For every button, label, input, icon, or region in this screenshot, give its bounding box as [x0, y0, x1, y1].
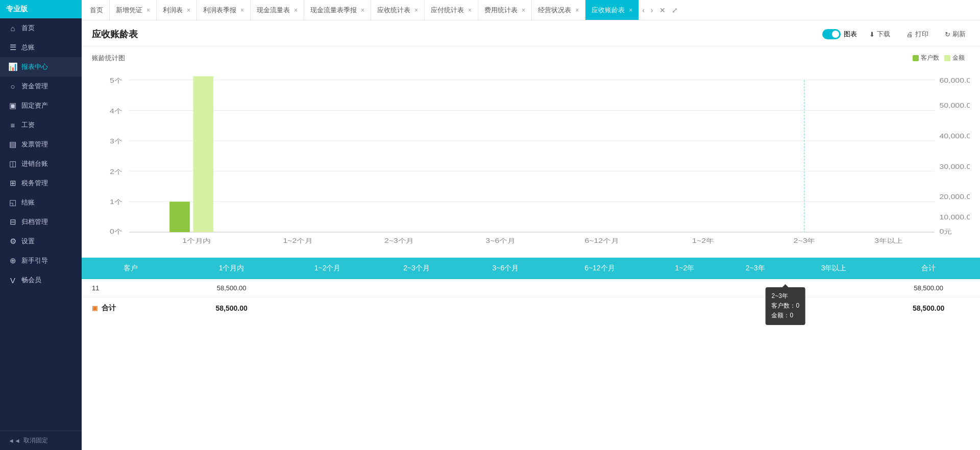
tab-close-profit[interactable]: ×	[187, 7, 190, 13]
tab-ar-stat[interactable]: 应收统计表 ×	[371, 0, 425, 20]
sidebar-item-label: 资金管理	[21, 82, 48, 91]
invoice-icon: ▤	[8, 140, 17, 149]
tab-close-ar-stat[interactable]: ×	[414, 7, 418, 13]
col-header-year3plus: 3年以上	[791, 258, 877, 279]
refresh-button[interactable]: ↻ 刷新	[941, 28, 970, 41]
sidebar-item-fund[interactable]: ○ 资金管理	[0, 77, 82, 96]
sidebar-item-label: 工资	[21, 120, 35, 130]
svg-text:50,000.00元: 50,000.00元	[939, 102, 970, 109]
sidebar-item-asset[interactable]: ▣ 固定资产	[0, 96, 82, 115]
bar-amount-1	[193, 77, 213, 232]
tab-prev-button[interactable]: ‹	[639, 0, 648, 20]
tab-label: 费用统计表	[484, 6, 518, 15]
tab-close-all-button[interactable]: ✕	[656, 0, 669, 20]
cell-total: 58,500.00	[877, 279, 980, 297]
sidebar-item-label: 税务管理	[21, 179, 48, 188]
col-header-year1-2: 1~2年	[649, 258, 720, 279]
footer-month1-2	[283, 297, 372, 319]
tab-biz-stat[interactable]: 经营状况表 ×	[532, 0, 585, 20]
tab-profit[interactable]: 利润表 ×	[157, 0, 197, 20]
tab-ap-stat[interactable]: 应付统计表 ×	[425, 0, 478, 20]
sidebar-item-guide[interactable]: ⊕ 新手引导	[0, 251, 82, 270]
tab-profit-quarter[interactable]: 利润表季报 ×	[197, 0, 251, 20]
data-table: 客户 1个月内 1~2个月 2~3个月 3~6个月 6~12个月 1~2年 2~…	[82, 258, 980, 319]
col-header-month3-6: 3~6个月	[461, 258, 550, 279]
footer-month1: 58,500.00	[180, 297, 283, 319]
footer-year2-3	[720, 297, 791, 319]
cell-month1: 58,500.00	[180, 279, 283, 297]
legend-customers-label: 客户数	[921, 54, 939, 62]
print-label: 打印	[915, 30, 928, 39]
sidebar-collapse-button[interactable]: ◄◄ 取消固定	[0, 431, 82, 450]
asset-icon: ▣	[8, 101, 17, 110]
tab-close-ar-aging[interactable]: ×	[629, 7, 632, 13]
sidebar-item-stock[interactable]: ◫ 进销台账	[0, 154, 82, 173]
footer-total: 58,500.00	[877, 297, 980, 319]
print-icon: 🖨	[906, 31, 913, 38]
sidebar-item-salary[interactable]: ≡ 工资	[0, 115, 82, 135]
report-icon: 📊	[8, 62, 17, 71]
download-label: 下载	[877, 30, 890, 39]
tab-expense-stat[interactable]: 费用统计表 ×	[478, 0, 532, 20]
collapse-icon: ◄◄	[8, 437, 20, 444]
sidebar-item-report[interactable]: 📊 报表中心	[0, 57, 82, 77]
footer-year1-2	[649, 297, 720, 319]
logo-text: 专业版	[6, 5, 28, 14]
tab-label: 利润表季报	[203, 6, 236, 15]
svg-text:10,000.00元: 10,000.00元	[939, 214, 970, 221]
print-button[interactable]: 🖨 打印	[902, 28, 933, 41]
col-header-total: 合计	[877, 258, 980, 279]
chart-toggle-wrap[interactable]: 图表	[822, 29, 857, 39]
tab-ar-aging[interactable]: 应收账龄表 ×	[585, 0, 639, 20]
svg-text:1个月内: 1个月内	[182, 237, 211, 244]
sidebar-item-closing[interactable]: ◱ 结账	[0, 193, 82, 212]
legend-amount-label: 金额	[952, 54, 965, 62]
svg-text:40,000.00元: 40,000.00元	[939, 133, 970, 140]
sidebar-item-label: 结账	[21, 198, 35, 207]
tab-close-cashflow[interactable]: ×	[294, 7, 298, 13]
tab-close-ap-stat[interactable]: ×	[468, 7, 472, 13]
tab-close-biz-stat[interactable]: ×	[575, 7, 579, 13]
tab-label: 首页	[90, 6, 103, 15]
sidebar-item-label: 发票管理	[21, 140, 48, 149]
tab-close-expense-stat[interactable]: ×	[522, 7, 525, 13]
cell-customer: 11	[82, 279, 180, 297]
sidebar-item-vip[interactable]: V 畅会员	[0, 270, 82, 290]
sidebar-item-ledger[interactable]: ☰ 总账	[0, 38, 82, 57]
chart-title: 账龄统计图	[92, 54, 970, 63]
footer-month6-12	[550, 297, 650, 319]
tab-close-voucher[interactable]: ×	[146, 7, 150, 13]
tab-close-cashflow-quarter[interactable]: ×	[361, 7, 364, 13]
cell-month2-3	[372, 279, 461, 297]
chart-toggle[interactable]	[822, 29, 841, 39]
sidebar-item-settings[interactable]: ⚙ 设置	[0, 232, 82, 251]
tab-cashflow[interactable]: 现金流量表 ×	[251, 0, 304, 20]
tab-cashflow-quarter[interactable]: 现金流量表季报 ×	[304, 0, 371, 20]
tab-voucher[interactable]: 新增凭证 ×	[110, 0, 157, 20]
cell-year2-3	[720, 279, 791, 297]
sidebar-item-invoice[interactable]: ▤ 发票管理	[0, 135, 82, 154]
sidebar-item-label: 进销台账	[21, 159, 48, 168]
download-button[interactable]: ⬇ 下载	[865, 28, 894, 41]
chart-toggle-label: 图表	[844, 30, 857, 39]
col-header-month6-12: 6~12个月	[550, 258, 650, 279]
sidebar-item-label: 首页	[21, 23, 35, 33]
col-header-year2-3: 2~3年	[720, 258, 791, 279]
svg-text:20,000.00元: 20,000.00元	[939, 193, 970, 201]
tab-expand-button[interactable]: ⤢	[669, 0, 681, 20]
sidebar-item-home[interactable]: ⌂ 首页	[0, 18, 82, 38]
sidebar-logo: 专业版	[0, 0, 82, 18]
ledger-icon: ☰	[8, 43, 17, 52]
refresh-icon: ↻	[945, 31, 950, 38]
content-area: 应收账龄表 图表 ⬇ 下载 🖨 打印 ↻ 刷新	[82, 20, 980, 450]
footer-month3-6	[461, 297, 550, 319]
sidebar-item-label: 总账	[21, 43, 35, 52]
tab-next-button[interactable]: ›	[648, 0, 656, 20]
tab-close-profit-quarter[interactable]: ×	[240, 7, 244, 13]
tab-home[interactable]: 首页	[84, 0, 110, 20]
tab-label: 应收账龄表	[592, 6, 625, 15]
svg-text:0元: 0元	[939, 228, 951, 235]
sidebar-item-tax[interactable]: ⊞ 税务管理	[0, 173, 82, 193]
sidebar-item-archive[interactable]: ⊟ 归档管理	[0, 212, 82, 232]
home-icon: ⌂	[8, 24, 17, 33]
